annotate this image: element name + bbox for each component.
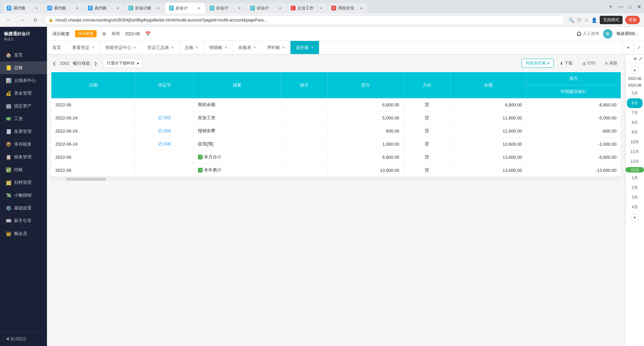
prev-account-button[interactable]: ❮ xyxy=(51,60,58,67)
nav-tab-close-balance[interactable]: ✕ xyxy=(253,46,256,49)
sidebar-item-tax[interactable]: 📋 税务管理 xyxy=(0,151,47,163)
url-input[interactable]: 🔒 cloud2.chanjet.com/accounting/uh26t264… xyxy=(44,15,565,25)
timeline-month-2023-2[interactable]: 2月 xyxy=(626,183,644,193)
timeline-month-5[interactable]: 5月 xyxy=(626,89,644,98)
sidebar-item-home[interactable]: 🏠 首页 xyxy=(0,49,47,61)
timeline-month-2023-4[interactable]: 4月 xyxy=(626,202,644,212)
minimize-button[interactable]: — xyxy=(618,4,624,10)
update-button[interactable]: 更新 xyxy=(625,16,640,24)
filter-select[interactable]: 只显示下级科目 ▾ xyxy=(103,59,143,68)
sidebar-item-ledger[interactable]: 📒 总账 xyxy=(0,61,47,74)
browser-tab-6[interactable]: 好 好会计 ✕ xyxy=(206,3,246,13)
nav-tab-home[interactable]: 首页 xyxy=(47,41,67,54)
nav-tab-close-journal[interactable]: ✕ xyxy=(282,46,285,49)
new-tab-button[interactable]: + xyxy=(606,2,615,11)
sidebar-item-inventory[interactable]: 📦 库存核算 xyxy=(0,138,47,151)
expand-panel-button[interactable]: ⤢ xyxy=(639,56,643,61)
timeline-month-11[interactable]: 11月 xyxy=(626,147,644,157)
nav-tab-detail[interactable]: 明细账✕ xyxy=(204,41,233,54)
nav-tab-smart[interactable]: 智能凭证中心✕ xyxy=(100,41,142,54)
timeline-down-button[interactable]: ▼ xyxy=(631,213,639,221)
browser-tab-7[interactable]: 好 好会计 ✕ xyxy=(246,3,286,13)
voucher-link[interactable]: 记-006 xyxy=(158,141,171,146)
print-button[interactable]: 🖨 打印 xyxy=(579,59,599,67)
refresh-button[interactable]: ↻ 刷新 xyxy=(601,59,621,67)
nav-tab-close-general[interactable]: ✕ xyxy=(196,46,198,49)
calendar-icon[interactable]: 📅 xyxy=(145,31,151,36)
special-multiledger-button[interactable]: 特殊多栏账 ▾ xyxy=(522,59,554,68)
tab-close-button[interactable]: ✕ xyxy=(359,6,364,10)
sidebar-item-archive[interactable]: 🗂️ 归档管理 xyxy=(0,176,47,189)
nav-tab-close-smart[interactable]: ✕ xyxy=(133,46,136,49)
sidebar-item-expense[interactable]: 💸 小畅报销 xyxy=(0,189,47,202)
nav-tab-balance[interactable]: 余额表✕ xyxy=(233,41,262,54)
nav-tab-multi[interactable]: 多栏账✕ xyxy=(290,41,319,54)
timeline-month-9[interactable]: 9月 xyxy=(626,128,644,137)
shield-icon[interactable]: 🛡 xyxy=(577,17,582,23)
browser-tab-8[interactable]: C 企业工作 ✕ xyxy=(287,3,327,13)
cell-voucher[interactable]: 记-004 xyxy=(135,125,194,138)
horizontal-scrollbar[interactable] xyxy=(51,177,621,181)
voucher-link[interactable]: 记-004 xyxy=(158,128,171,133)
timeline-month-6[interactable]: 6月 xyxy=(627,98,643,108)
tab-close-button[interactable]: ✕ xyxy=(197,6,201,10)
tabs-overflow-button[interactable]: ▾ xyxy=(623,41,633,54)
timeline-month-2023-1[interactable]: 1月 xyxy=(626,173,644,183)
star-icon[interactable]: ☆ xyxy=(584,17,589,23)
tab-close-button[interactable]: ✕ xyxy=(34,6,39,10)
tab-close-button[interactable]: ✕ xyxy=(75,6,79,10)
timeline-month-8[interactable]: 8月 xyxy=(626,118,644,128)
user-avatar[interactable]: 畅 xyxy=(603,29,612,39)
nav-tab-journal[interactable]: 序时账✕ xyxy=(262,41,290,54)
tab-close-button[interactable]: ✕ xyxy=(237,6,242,10)
nav-tab-close-vouchers[interactable]: ✕ xyxy=(92,46,94,49)
browser-tab-5[interactable]: 好 好会计 ✕ xyxy=(165,3,205,13)
browser-tab-3[interactable]: 易 易代账 ✕ xyxy=(84,3,124,13)
close-panel-button[interactable]: ✕ xyxy=(633,56,637,61)
timeline-up-button[interactable]: ▲ xyxy=(631,66,639,74)
timeline-month-7[interactable]: 7月 xyxy=(626,108,644,118)
scroll-thumb[interactable] xyxy=(66,178,106,181)
close-button[interactable]: ✕ xyxy=(637,4,641,10)
timeline-month-12[interactable]: 12月 xyxy=(626,157,644,166)
tab-close-button[interactable]: ✕ xyxy=(156,6,161,10)
tabs-restore-button[interactable]: ⤢ xyxy=(633,41,644,54)
period-value[interactable]: 2022-06 xyxy=(125,32,140,36)
sidebar-item-invoice[interactable]: 🧾 发票管理 xyxy=(0,125,47,138)
sidebar-item-salary[interactable]: 💵 工资 xyxy=(0,112,47,125)
sidebar-item-close[interactable]: ✅ 结账 xyxy=(0,163,47,176)
unpin-button[interactable]: ◀ 取消固定 xyxy=(0,332,47,346)
browser-tab-4[interactable]: 好 好会计账 ✕ xyxy=(124,3,165,13)
nav-tab-vouchers[interactable]: 查看凭证✕ xyxy=(67,41,100,54)
sidebar-item-funds[interactable]: 💰 资金管理 xyxy=(0,87,47,100)
reload-button[interactable]: ↻ xyxy=(31,15,40,25)
browser-tab-2[interactable]: 易 易代账 ✕ xyxy=(43,3,84,13)
nav-tab-close-detail[interactable]: ✕ xyxy=(224,46,227,49)
maximize-button[interactable]: □ xyxy=(629,4,632,9)
browser-tab-9[interactable]: 友 用友好业 ✕ xyxy=(327,3,368,13)
cell-voucher[interactable]: 记-002 xyxy=(135,111,194,125)
download-button[interactable]: ⬇ 下载 xyxy=(556,59,576,67)
browser-tab-1[interactable]: 易 易代账 ✕ xyxy=(3,3,43,13)
settings-icon[interactable]: ⚙ xyxy=(102,31,106,37)
tab-close-button[interactable]: ✕ xyxy=(278,6,282,10)
consult-button[interactable]: 🎧 人工咨询 xyxy=(577,31,599,37)
timeline-month-10[interactable]: 10月 xyxy=(626,137,644,147)
nav-tab-close-multi[interactable]: ✕ xyxy=(311,46,314,49)
sidebar-item-vip[interactable]: 👑 畅会员 xyxy=(0,227,47,240)
nav-tab-close-summary[interactable]: ✕ xyxy=(171,46,174,49)
tab-close-button[interactable]: ✕ xyxy=(318,6,323,10)
tab-close-button[interactable]: ✕ xyxy=(115,6,120,10)
sidebar-item-reports[interactable]: 📊 云报表中心 xyxy=(0,74,47,87)
nav-tab-general[interactable]: 总账✕ xyxy=(179,41,204,54)
nav-tab-summary[interactable]: 凭证汇总表✕ xyxy=(142,41,179,54)
cell-voucher[interactable]: 记-006 xyxy=(135,138,194,151)
sidebar-item-settings[interactable]: ⚙️ 基础设置 xyxy=(0,202,47,214)
next-account-button[interactable]: ❯ xyxy=(92,60,99,67)
sidebar-item-assets[interactable]: 🏢 固定资产 xyxy=(0,100,47,112)
sidebar-item-guide[interactable]: 📖 新手引导 xyxy=(0,214,47,227)
wuhen-mode-button[interactable]: 无痕模式 xyxy=(600,16,623,24)
forward-button[interactable]: → xyxy=(17,15,27,25)
profile-icon[interactable]: 👤 xyxy=(591,17,597,23)
back-button[interactable]: ← xyxy=(4,15,13,25)
